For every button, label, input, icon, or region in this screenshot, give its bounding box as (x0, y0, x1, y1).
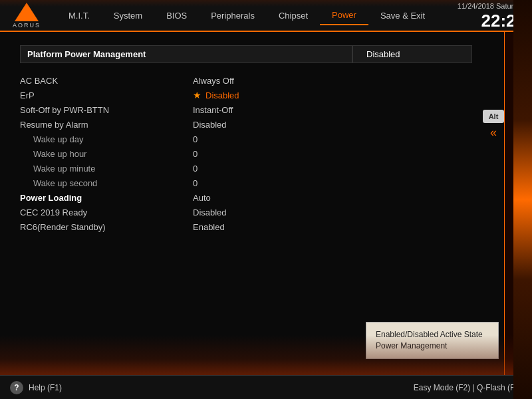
star-icon: ★ (193, 90, 201, 100)
setting-value-resume-alarm[interactable]: Disabled (193, 120, 227, 130)
setting-value-wakeup-hour[interactable]: 0 (193, 149, 198, 159)
logo-text: AORUS (13, 22, 41, 29)
table-row: ErP ★ Disabled (20, 88, 472, 102)
setting-value-wakeup-day[interactable]: 0 (193, 134, 198, 144)
settings-table: AC BACK Always Off ErP ★ Disabled Soft-O… (20, 73, 472, 234)
main-nav: M.I.T. System BIOS Peripherals Chipset P… (57, 6, 458, 25)
setting-value-soft-off[interactable]: Instant-Off (193, 105, 233, 115)
setting-label-soft-off: Soft-Off by PWR-BTTN (20, 105, 193, 115)
setting-label-resume-alarm: Resume by Alarm (20, 120, 193, 130)
header: AORUS M.I.T. System BIOS Peripherals Chi… (0, 0, 532, 32)
setting-value-power-loading[interactable]: Auto (193, 193, 211, 203)
setting-value-wakeup-minute[interactable]: 0 (193, 164, 198, 174)
right-panel (513, 0, 532, 399)
setting-label-rc6: RC6(Render Standby) (20, 222, 193, 232)
nav-item-bios[interactable]: BIOS (154, 7, 199, 25)
main-content: Platform Power Management Disabled AC BA… (0, 32, 505, 244)
setting-value-erp[interactable]: ★ Disabled (193, 90, 239, 100)
setting-label-wakeup-day: Wake up day (20, 134, 193, 144)
logo-triangle-icon (15, 3, 39, 21)
table-row: CEC 2019 Ready Disabled (20, 205, 472, 219)
alt-button[interactable]: Alt (483, 110, 504, 123)
setting-value-ac-back[interactable]: Always Off (193, 76, 234, 86)
table-row: Wake up second 0 (20, 176, 472, 190)
table-row: Wake up minute 0 (20, 161, 472, 176)
table-row: Soft-Off by PWR-BTTN Instant-Off (20, 102, 472, 117)
tooltip-text: Enabled/Disabled Active State Power Mana… (376, 330, 483, 350)
logo: AORUS (7, 3, 47, 29)
nav-item-mit[interactable]: M.I.T. (57, 7, 102, 25)
help-label[interactable]: Help (F1) (29, 383, 62, 392)
chevron-button[interactable]: « (490, 126, 497, 140)
setting-label-wakeup-hour: Wake up hour (20, 149, 193, 159)
footer-left: ? Help (F1) (10, 381, 62, 394)
setting-label-wakeup-minute: Wake up minute (20, 164, 193, 174)
table-row: Resume by Alarm Disabled (20, 117, 472, 132)
nav-item-chipset[interactable]: Chipset (267, 7, 320, 25)
help-icon: ? (10, 381, 23, 394)
setting-value-rc6[interactable]: Enabled (193, 222, 225, 232)
nav-item-save-exit[interactable]: Save & Exit (368, 7, 437, 25)
table-row: RC6(Render Standby) Enabled (20, 219, 472, 234)
date-text: 11/24/2018 (458, 2, 494, 10)
setting-label-cec: CEC 2019 Ready (20, 207, 193, 217)
setting-label-power-loading: Power Loading (20, 193, 193, 203)
tooltip-box: Enabled/Disabled Active State Power Mana… (366, 322, 499, 359)
side-buttons: Alt « (483, 110, 504, 140)
section-header: Platform Power Management Disabled (20, 45, 472, 63)
table-row: Wake up hour 0 (20, 146, 472, 161)
footer: ? Help (F1) Easy Mode (F2) | Q-Flash (F8… (0, 375, 532, 399)
platform-value[interactable]: Disabled (352, 45, 472, 63)
setting-label-wakeup-second: Wake up second (20, 178, 193, 188)
footer-right-label: Easy Mode (F2) | Q-Flash (F8) (414, 383, 522, 392)
table-row: AC BACK Always Off (20, 73, 472, 88)
table-row: Wake up day 0 (20, 132, 472, 146)
nav-item-system[interactable]: System (102, 7, 154, 25)
setting-label-erp: ErP (20, 90, 193, 100)
setting-value-wakeup-second[interactable]: 0 (193, 178, 198, 188)
platform-label[interactable]: Platform Power Management (20, 45, 352, 63)
table-row: Power Loading Auto (20, 190, 472, 205)
right-panel-inner (504, 32, 513, 378)
footer-right: Easy Mode (F2) | Q-Flash (F8) (414, 383, 522, 392)
setting-value-cec[interactable]: Disabled (193, 207, 227, 217)
setting-label-ac-back: AC BACK (20, 76, 193, 86)
nav-item-power[interactable]: Power (320, 6, 368, 25)
nav-item-peripherals[interactable]: Peripherals (199, 7, 267, 25)
